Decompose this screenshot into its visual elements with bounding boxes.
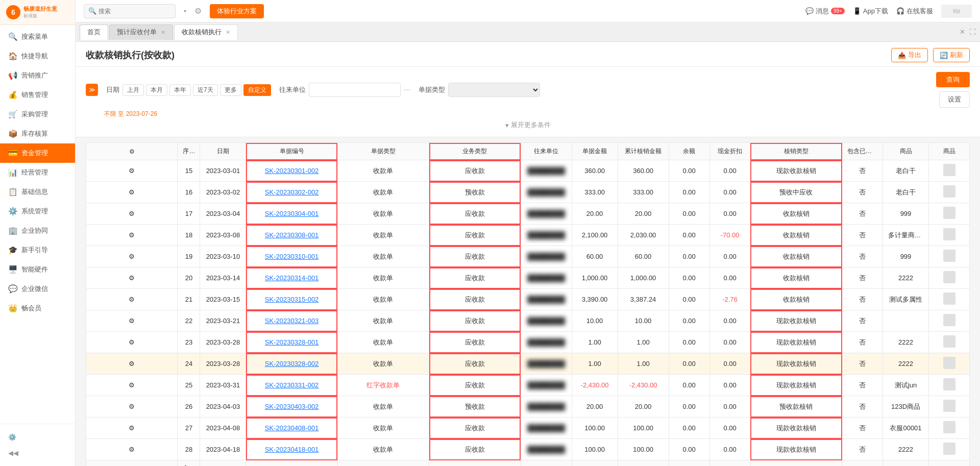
sidebar-item-guide[interactable]: 🎓新手引导 — [0, 240, 75, 260]
doc-link[interactable]: SK-20230331-002 — [265, 381, 319, 389]
sidebar-item-corp[interactable]: 🏢企业协同 — [0, 221, 75, 240]
topbar-search-input[interactable] — [99, 8, 160, 15]
tab-close-offset[interactable]: ✕ — [226, 29, 230, 36]
sidebar-item-purchase[interactable]: 🛒采购管理 — [0, 105, 75, 124]
sidebar-item-hardware[interactable]: 🖥️智能硬件 — [0, 260, 75, 279]
partner-dots-icon[interactable]: ··· — [404, 85, 410, 94]
doc-link[interactable]: SK-20230314-001 — [265, 274, 319, 282]
cell-goods: 测试多属性 — [883, 289, 929, 310]
date-btn-custom[interactable]: 自定义 — [243, 84, 271, 96]
sidebar-collapse-btn[interactable]: ◀◀ — [0, 445, 75, 461]
cell-doc_no[interactable]: SK-20230321-003 — [246, 310, 337, 332]
cell-doc_no[interactable]: SK-20230302-002 — [246, 182, 337, 203]
date-btn-近7天[interactable]: 近7天 — [193, 84, 218, 96]
cell-value-discount: 0.00 — [723, 403, 736, 410]
table-row[interactable]: ⚙152023-03-01SK-20230301-002收款单应收款██████… — [86, 160, 970, 182]
tab-close-pre-receive[interactable]: ✕ — [161, 29, 165, 36]
date-btn-更多[interactable]: 更多 — [220, 84, 241, 96]
sidebar-item-search[interactable]: 🔍搜索菜单 — [0, 27, 75, 46]
sidebar-item-weixin[interactable]: 💬企业微信 — [0, 279, 75, 299]
topbar-chevron-icon[interactable]: ▾ — [184, 8, 186, 14]
online-service-btn[interactable]: 🎧 在线客服 — [896, 7, 933, 16]
col-header-date: 日期 — [200, 143, 246, 160]
table-row[interactable]: ⚙252023-03-31SK-20230331-002红字收款单应收款████… — [86, 375, 970, 396]
doc-link[interactable]: SK-20230418-001 — [265, 446, 319, 453]
cell-doc_no[interactable]: SK-20230403-002 — [246, 396, 337, 418]
cell-doc_no[interactable]: SK-20230315-002 — [246, 289, 337, 310]
doc-link[interactable]: SK-20230403-002 — [265, 403, 319, 410]
doc-link[interactable]: SK-20230310-001 — [265, 253, 319, 260]
doc-link[interactable]: SK-20230308-001 — [265, 231, 319, 239]
table-row[interactable]: ⚙172023-03-04SK-20230304-001收款单应收款██████… — [86, 203, 970, 225]
doc-link[interactable]: SK-20230408-001 — [265, 424, 319, 432]
table-row[interactable]: ⚙232023-03-28SK-20230328-001收款单应收款██████… — [86, 332, 970, 353]
table-row[interactable]: ⚙202023-03-14SK-20230314-001收款单应收款██████… — [86, 267, 970, 289]
cell-doc_no[interactable]: SK-20230328-001 — [246, 332, 337, 353]
sidebar-item-member[interactable]: 👑畅会员 — [0, 299, 75, 318]
topbar-search-box[interactable]: 🔍 — [84, 4, 176, 18]
cell-doc_no[interactable]: SK-20230331-002 — [246, 375, 337, 396]
cell-offset_type: 收款核销 — [750, 246, 842, 267]
cell-doc_no[interactable]: SK-20230304-001 — [246, 203, 337, 225]
refresh-button[interactable]: 🔄 刷新 — [933, 48, 970, 62]
doc-link[interactable]: SK-20230301-002 — [265, 167, 319, 175]
cell-doc_no[interactable]: SK-20230408-001 — [246, 418, 337, 439]
cell-doc_no[interactable]: SK-20230301-002 — [246, 160, 337, 182]
doc-link[interactable]: SK-20230302-002 — [265, 188, 319, 196]
user-avatar[interactable]: Rit — [941, 5, 972, 18]
export-button[interactable]: 📤 导出 — [891, 48, 928, 62]
table-row[interactable]: ⚙192023-03-10SK-20230310-001收款单应收款██████… — [86, 246, 970, 267]
date-btn-上月[interactable]: 上月 — [122, 84, 144, 96]
table-row[interactable]: ⚙262023-04-03SK-20230403-002收款单预收款██████… — [86, 396, 970, 418]
cell-goods2 — [929, 267, 970, 289]
doc-link[interactable]: SK-20230315-002 — [265, 296, 319, 303]
date-btn-本月[interactable]: 本月 — [146, 84, 167, 96]
sidebar-settings-btn[interactable]: ⚙️ — [0, 429, 75, 445]
filter-toggle-btn[interactable]: ≫ — [86, 84, 98, 96]
doc-link[interactable]: SK-20230321-003 — [265, 317, 319, 325]
tab-pre-receive[interactable]: 预计应收付单✕ — [109, 24, 173, 40]
cell-doc_no[interactable]: SK-20230314-001 — [246, 267, 337, 289]
app-download-btn[interactable]: 📱 App下载 — [853, 7, 888, 16]
sidebar-item-marketing[interactable]: 📢营销推广 — [0, 66, 75, 85]
table-row[interactable]: ⚙182023-03-08SK-20230308-001收款单应收款██████… — [86, 225, 970, 246]
sidebar-item-operation[interactable]: 📊经营管理 — [0, 163, 75, 182]
messages-btn[interactable]: 💬 消息 99+ — [805, 7, 845, 16]
doctype-select[interactable] — [448, 83, 540, 97]
date-btn-本年[interactable]: 本年 — [169, 84, 191, 96]
query-button[interactable]: 查询 — [936, 72, 970, 87]
table-row[interactable]: ⚙212023-03-15SK-20230315-002收款单应收款██████… — [86, 289, 970, 310]
topbar-gear-icon[interactable]: ⚙ — [194, 6, 202, 16]
doc-link[interactable]: SK-20230328-002 — [265, 360, 319, 367]
table-row[interactable]: ⚙162023-03-02SK-20230302-002收款单预收款██████… — [86, 182, 970, 203]
close-tab-icon[interactable]: ✕ — [960, 28, 965, 36]
sidebar-item-shortcut[interactable]: 🏠快捷导航 — [0, 46, 75, 66]
sidebar-item-basic[interactable]: 📋基础信息 — [0, 182, 75, 202]
doc-link[interactable]: SK-20230304-001 — [265, 210, 319, 217]
fullscreen-icon[interactable]: ⛶ — [969, 28, 976, 36]
settings-button[interactable]: 设置 — [939, 91, 970, 108]
table-row[interactable]: ⚙282023-04-18SK-20230418-001收款单应收款██████… — [86, 439, 970, 460]
cell-value-no: 18 — [185, 231, 192, 239]
sidebar-item-sales[interactable]: 💰销售管理 — [0, 85, 75, 105]
cell-doc_no[interactable]: SK-20230418-001 — [246, 439, 337, 460]
table-row[interactable]: ⚙272023-04-08SK-20230408-001收款单应收款██████… — [86, 418, 970, 439]
cell-doc_no[interactable]: SK-20230328-002 — [246, 353, 337, 375]
cell-value-discount: 0.00 — [723, 317, 736, 325]
sidebar-item-system[interactable]: ⚙️系统管理 — [0, 202, 75, 221]
solution-button[interactable]: 体验行业方案 — [210, 4, 264, 18]
partner-input[interactable] — [309, 83, 401, 97]
sidebar-label-basic: 基础信息 — [21, 187, 48, 197]
doc-link[interactable]: SK-20230328-001 — [265, 338, 319, 346]
cell-date: 2023-03-02 — [200, 182, 246, 203]
tab-offset[interactable]: 收款核销执行✕ — [174, 24, 238, 40]
table-row[interactable]: ⚙242023-03-28SK-20230328-002收款单应收款██████… — [86, 353, 970, 375]
sidebar-item-finance[interactable]: 💳资金管理 — [0, 143, 75, 163]
filter-expand-btn[interactable]: ▾ 展开更多条件 — [86, 118, 970, 132]
cell-include: 否 — [842, 332, 883, 353]
table-row[interactable]: ⚙222023-03-21SK-20230321-003收款单应收款██████… — [86, 310, 970, 332]
sidebar-item-inventory[interactable]: 📦库存核算 — [0, 124, 75, 143]
cell-doc_no[interactable]: SK-20230310-001 — [246, 246, 337, 267]
tab-home[interactable]: 首页 — [80, 24, 108, 40]
cell-doc_no[interactable]: SK-20230308-001 — [246, 225, 337, 246]
